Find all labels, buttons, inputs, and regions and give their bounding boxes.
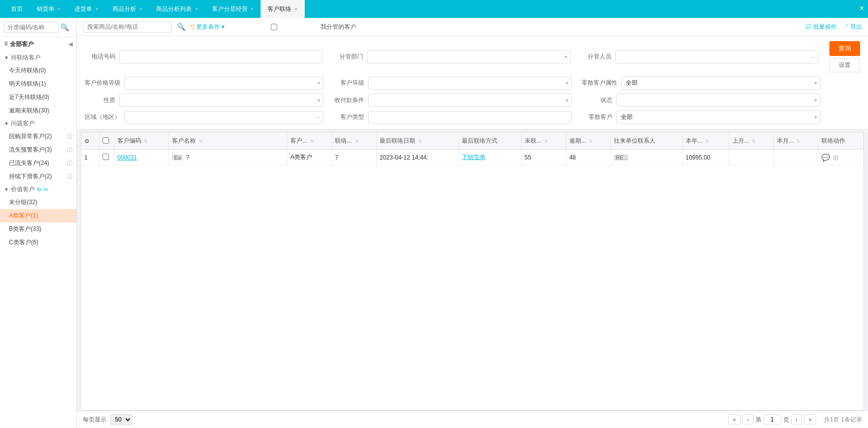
sort-contact-icon[interactable]: ⇅ (355, 138, 359, 144)
sort-lmonth-icon[interactable]: ⇅ (752, 138, 756, 144)
info-icon-4[interactable]: ⓘ (67, 173, 72, 180)
sidebar-item-loss-warning[interactable]: 流失预警客户(3) ⓘ (0, 143, 76, 157)
sort-tmonth-icon[interactable]: ⇅ (796, 138, 800, 144)
info-icon-2[interactable]: ⓘ (67, 146, 72, 154)
sidebar-item-class-b[interactable]: B类客户(33) (0, 222, 76, 236)
nav-sales[interactable]: 销货单 × (30, 0, 67, 18)
prev-page-btn[interactable]: ‹ (743, 415, 754, 425)
pending-contact-group[interactable]: ▼ 待联络客户 (0, 52, 76, 64)
col-last-method[interactable]: 最后联络方式 (459, 133, 522, 150)
sort-level-icon[interactable]: ⇅ (310, 138, 314, 144)
page-number-input[interactable] (763, 415, 781, 425)
nav-product-list[interactable]: 商品分析列表 × (149, 0, 205, 18)
nav-customer-tier[interactable]: 客户分层经营 × (205, 0, 261, 18)
col-this-month[interactable]: 本月... ⇅ (773, 133, 818, 150)
nature-dropdown[interactable] (119, 94, 324, 107)
col-uncontacted[interactable]: 未联... ⇅ (521, 133, 566, 150)
sidebar-item-tomorrow[interactable]: 明天待联络(1) (0, 77, 76, 91)
sort-uncontacted-icon[interactable]: ⇅ (544, 138, 548, 144)
close-purchase-icon[interactable]: × (95, 6, 98, 12)
info-icon-3[interactable]: ⓘ (67, 160, 72, 167)
last-page-btn[interactable]: » (804, 415, 816, 425)
table-scroll[interactable]: ⚙ 客户编码 ⇅ 客户名称 ⇅ (81, 133, 864, 410)
qr-icon[interactable]: ⊞ (833, 154, 839, 161)
sidebar-item-overdue[interactable]: 逾期未联络(30) (0, 104, 76, 117)
search-button[interactable]: 🔍 (177, 23, 185, 31)
filter-nature: 性质 (85, 94, 324, 107)
price-level-dropdown[interactable] (124, 77, 324, 90)
edit-icon[interactable]: ✏ (44, 186, 49, 193)
close-sales-icon[interactable]: × (57, 6, 60, 12)
nav-product-analysis[interactable]: 商品分析 × (106, 0, 149, 18)
col-level[interactable]: 客户... ⇅ (287, 133, 332, 150)
close-product-icon[interactable]: × (139, 6, 142, 12)
all-customers-header[interactable]: ⠿ 全部客户 ◀ (0, 37, 76, 52)
export-btn[interactable]: ↗ 导出 (843, 23, 862, 31)
problem-customers-group[interactable]: ▼ 问题客户 (0, 117, 76, 130)
sidebar-item-class-a[interactable]: A类客户(1) (0, 209, 76, 222)
col-settings[interactable]: ⚙ (81, 133, 99, 150)
row-code[interactable]: 000031 (114, 150, 169, 165)
dept-dropdown[interactable] (367, 51, 570, 63)
sort-name-icon[interactable]: ⇅ (199, 138, 203, 144)
customer-type-input[interactable] (368, 111, 572, 124)
sort-overdue-icon[interactable]: ⇅ (589, 138, 593, 144)
col-contact[interactable]: 联络... ⇅ (332, 133, 377, 150)
row-checkbox[interactable] (99, 150, 114, 165)
col-code[interactable]: 客户编码 ⇅ (114, 133, 169, 150)
sidebar-item-class-c[interactable]: C类客户(6) (0, 236, 76, 249)
first-page-btn[interactable]: « (728, 415, 741, 425)
sidebar-item-declining[interactable]: 持续下滑客户(2) ⓘ (0, 170, 76, 183)
chat-icon[interactable]: 💬 (821, 154, 830, 161)
customer-level-dropdown[interactable] (368, 77, 572, 90)
close-customer-contact-icon[interactable]: × (294, 6, 297, 12)
more-filters-btn[interactable]: ▽ 更多条件 ▾ (190, 23, 224, 31)
sidebar-search-icon[interactable]: 🔍 (60, 23, 69, 31)
refresh-icon[interactable]: ↻ (37, 186, 42, 193)
sidebar-item-today[interactable]: 今天待联络(0) (0, 64, 76, 77)
row-select-checkbox[interactable] (103, 154, 109, 160)
status-dropdown[interactable] (616, 94, 820, 107)
sort-date-icon[interactable]: ⇅ (418, 138, 422, 144)
my-customers-checkbox-label[interactable]: 我分管的客户 (229, 23, 356, 31)
sidebar-search-input[interactable] (4, 22, 58, 33)
info-icon-1[interactable]: ⓘ (67, 133, 72, 140)
nav-customer-contact[interactable]: 客户联络 × (261, 0, 304, 18)
close-product-list-icon[interactable]: × (195, 6, 198, 12)
col-checkbox[interactable] (99, 133, 114, 150)
sidebar-item-abnormal[interactable]: 回购异常客户(2) ⓘ (0, 130, 76, 143)
sidebar-item-lost[interactable]: 已流失客户(24) ⓘ (0, 157, 76, 170)
col-overdue[interactable]: 逾期... ⇅ (566, 133, 610, 150)
batch-op-btn[interactable]: ☑ 批量操作 (806, 23, 836, 31)
nav-home[interactable]: 首页 (4, 0, 30, 18)
sort-year-icon[interactable]: ⇅ (705, 138, 709, 144)
region-input[interactable] (124, 111, 324, 124)
select-all-checkbox[interactable] (103, 137, 109, 144)
col-last-month[interactable]: 上月... ⇅ (729, 133, 773, 150)
scatter-prop-dropdown[interactable]: 全部 (621, 76, 820, 90)
sidebar-item-unclassified[interactable]: 未分组(32) (0, 196, 76, 209)
next-page-btn[interactable]: › (791, 415, 802, 425)
nav-purchase[interactable]: 进货单 × (67, 0, 105, 18)
col-this-year[interactable]: 本年... ⇅ (682, 133, 729, 150)
manager-input[interactable] (615, 51, 818, 63)
search-input[interactable] (83, 21, 172, 33)
value-customers-group[interactable]: ▼ 价值客户 ↻ ✏ (0, 183, 76, 196)
page-size-select[interactable]: 50 (110, 414, 132, 425)
scatter-dropdown[interactable]: 全部 (616, 110, 820, 124)
close-all-icon[interactable]: × (860, 4, 864, 13)
collapse-icon[interactable]: ◀ (68, 41, 72, 48)
col-last-date[interactable]: 最后联络日期 ⇅ (377, 133, 459, 150)
payment-dropdown[interactable] (368, 94, 572, 107)
col-name[interactable]: 客户名称 ⇅ (169, 133, 287, 150)
row-last-method[interactable]: 下销货单 (459, 150, 522, 165)
sidebar-item-7days[interactable]: 近7天待联络(0) (0, 91, 76, 104)
phone-input[interactable] (119, 51, 323, 63)
col-contact2[interactable]: 往来单位联系人 (610, 133, 682, 150)
settings-button[interactable]: 设置 (829, 58, 860, 72)
my-customers-checkbox[interactable] (229, 24, 319, 30)
close-customer-tier-icon[interactable]: × (251, 6, 254, 12)
query-button[interactable]: 查询 (829, 41, 860, 56)
sort-code-icon[interactable]: ⇅ (144, 138, 148, 144)
filter-region: 区域（地区） (85, 111, 324, 124)
